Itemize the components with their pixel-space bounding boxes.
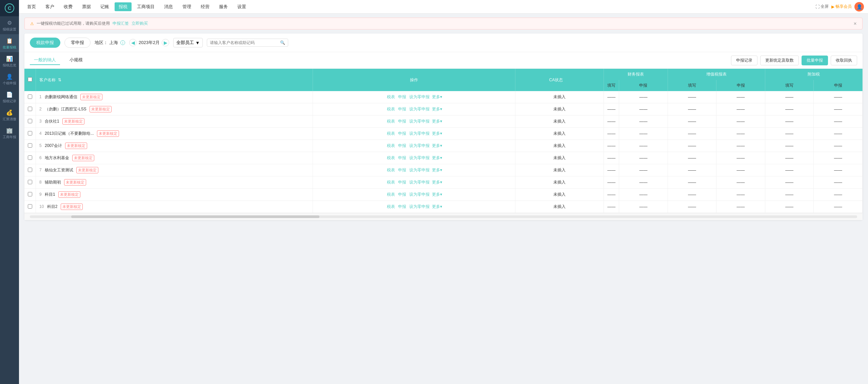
- sidebar-item-business-annual[interactable]: 🏢 工商年报: [0, 124, 19, 142]
- op-more-link[interactable]: 更多▾: [432, 155, 442, 160]
- op-declare-link[interactable]: 申报: [398, 143, 406, 148]
- sidebar-item-tax-overview[interactable]: 📊 报税总览: [0, 52, 19, 70]
- op-declare-link[interactable]: 申报: [398, 192, 406, 197]
- op-more-link[interactable]: 更多▾: [432, 119, 442, 124]
- row-checkbox[interactable]: [28, 107, 32, 111]
- op-more-link[interactable]: 更多▾: [432, 168, 442, 172]
- op-declare-link[interactable]: 申报: [398, 107, 406, 111]
- row-checkbox[interactable]: [28, 168, 32, 172]
- row-checkbox[interactable]: [28, 119, 32, 123]
- nav-invoices[interactable]: 票据: [78, 2, 95, 11]
- sidebar-item-personal-tax[interactable]: 👤 个税申报: [0, 70, 19, 88]
- op-more-link[interactable]: 更多▾: [432, 204, 442, 209]
- op-declare-link[interactable]: 申报: [398, 168, 406, 172]
- tab-zero-declaration[interactable]: 零申报: [64, 38, 91, 48]
- status-tag: 未更新核定: [64, 179, 86, 186]
- select-all-checkbox[interactable]: [28, 77, 32, 82]
- batch-declare-button[interactable]: 批量申报: [802, 56, 828, 65]
- nav-operations[interactable]: 经营: [197, 2, 214, 11]
- name-sort-icon[interactable]: ⇅: [58, 78, 61, 82]
- sidebar-item-batch-tax[interactable]: 📋 批量报税: [0, 34, 19, 52]
- op-more-link[interactable]: 更多▾: [432, 107, 442, 111]
- op-declare-link[interactable]: 申报: [398, 155, 406, 160]
- op-tax-table-link[interactable]: 税表: [387, 168, 395, 172]
- op-zero-declare-link[interactable]: 设为零申报: [409, 143, 430, 148]
- row-checkbox-cell: [24, 152, 36, 164]
- op-declare-link[interactable]: 申报: [398, 204, 406, 209]
- op-declare-link[interactable]: 申报: [398, 94, 406, 99]
- sidebar-item-label: 报税记录: [3, 99, 16, 103]
- op-tax-table-link[interactable]: 税表: [387, 94, 395, 99]
- nav-messages[interactable]: 消息: [160, 2, 177, 11]
- nav-home[interactable]: 首页: [23, 2, 40, 11]
- notice-link2[interactable]: 立即购买: [132, 21, 148, 26]
- nav-billing[interactable]: 收费: [60, 2, 77, 11]
- row-checkbox[interactable]: [28, 204, 32, 209]
- op-tax-table-link[interactable]: 税表: [387, 131, 395, 136]
- op-tax-table-link[interactable]: 税表: [387, 180, 395, 185]
- op-zero-declare-link[interactable]: 设为零申报: [409, 94, 430, 99]
- date-prev-button[interactable]: ◀: [129, 39, 137, 46]
- search-input[interactable]: [210, 40, 279, 45]
- op-tax-table-link[interactable]: 税表: [387, 192, 395, 197]
- op-tax-table-link[interactable]: 税表: [387, 155, 395, 160]
- op-zero-declare-link[interactable]: 设为零申报: [409, 168, 430, 172]
- avatar[interactable]: 👤: [854, 2, 864, 12]
- nav-accounting[interactable]: 记账: [96, 2, 113, 11]
- update-settings-button[interactable]: 更新统定及取数: [760, 56, 799, 65]
- ca-info-icon[interactable]: i: [565, 78, 570, 82]
- nav-services[interactable]: 服务: [215, 2, 232, 11]
- notice-link1[interactable]: 申报汇签: [113, 21, 129, 26]
- sidebar-item-tax-records[interactable]: 📄 报税记录: [0, 88, 19, 106]
- op-more-link[interactable]: 更多▾: [432, 131, 442, 136]
- nav-tax[interactable]: 报税: [115, 2, 132, 11]
- op-tax-table-link[interactable]: 税表: [387, 143, 395, 148]
- op-more-link[interactable]: 更多▾: [432, 143, 442, 148]
- declare-records-button[interactable]: 申报记录: [731, 56, 757, 65]
- op-declare-link[interactable]: 申报: [398, 131, 406, 136]
- row-operation-cell: 税表 申报 设为零申报 更多▾: [313, 176, 515, 189]
- op-tax-table-link[interactable]: 税表: [387, 107, 395, 111]
- taxpayer-tab-small[interactable]: 小规模: [65, 56, 87, 65]
- op-tax-table-link[interactable]: 税表: [387, 119, 395, 124]
- sidebar-item-tax-settings[interactable]: ⚙ 报税设置: [0, 16, 19, 34]
- row-finance-fill: ——: [604, 115, 619, 128]
- nav-business[interactable]: 工商项目: [133, 2, 159, 11]
- upgrade-button[interactable]: ▶ 畅享会员: [831, 4, 852, 9]
- op-zero-declare-link[interactable]: 设为零申报: [409, 180, 430, 185]
- fullscreen-button[interactable]: ⛶ 全屏: [815, 4, 829, 9]
- row-checkbox[interactable]: [28, 94, 32, 99]
- nav-management[interactable]: 管理: [178, 2, 195, 11]
- location-info-icon[interactable]: i: [120, 40, 125, 45]
- op-zero-declare-link[interactable]: 设为零申报: [409, 107, 430, 111]
- op-tax-table-link[interactable]: 税表: [387, 204, 395, 209]
- th-vat-report: 增值税报表: [668, 69, 765, 80]
- row-checkbox[interactable]: [28, 131, 32, 135]
- row-checkbox[interactable]: [28, 143, 32, 148]
- op-declare-link[interactable]: 申报: [398, 180, 406, 185]
- tab-tax-declaration[interactable]: 税款申报: [30, 38, 60, 48]
- search-icon[interactable]: 🔍: [280, 40, 285, 45]
- op-zero-declare-link[interactable]: 设为零申报: [409, 192, 430, 197]
- op-declare-link[interactable]: 申报: [398, 119, 406, 124]
- row-num-name-cell: 6 地方水利基金 未更新核定: [36, 152, 313, 164]
- retrieve-receipt-button[interactable]: 收取回执: [831, 56, 857, 65]
- row-checkbox[interactable]: [28, 192, 32, 196]
- op-zero-declare-link[interactable]: 设为零申报: [409, 155, 430, 160]
- row-checkbox[interactable]: [28, 180, 32, 184]
- row-checkbox[interactable]: [28, 155, 32, 160]
- nav-settings[interactable]: 设置: [233, 2, 250, 11]
- op-more-link[interactable]: 更多▾: [432, 192, 442, 197]
- sidebar-item-annual-settlement[interactable]: 💰 汇算清缴: [0, 106, 19, 124]
- date-next-button[interactable]: ▶: [162, 39, 169, 46]
- op-zero-declare-link[interactable]: 设为零申报: [409, 204, 430, 209]
- notice-close-button[interactable]: ✕: [853, 21, 857, 26]
- staff-selector[interactable]: 全部员工 ▼: [173, 38, 203, 47]
- op-zero-declare-link[interactable]: 设为零申报: [409, 119, 430, 124]
- taxpayer-tab-general[interactable]: 一般的纳人: [30, 56, 60, 65]
- scroll-bar-thumb[interactable]: [71, 215, 319, 218]
- op-more-link[interactable]: 更多▾: [432, 94, 442, 99]
- op-more-link[interactable]: 更多▾: [432, 180, 442, 185]
- op-zero-declare-link[interactable]: 设为零申报: [409, 131, 430, 136]
- nav-customers[interactable]: 客户: [41, 2, 58, 11]
